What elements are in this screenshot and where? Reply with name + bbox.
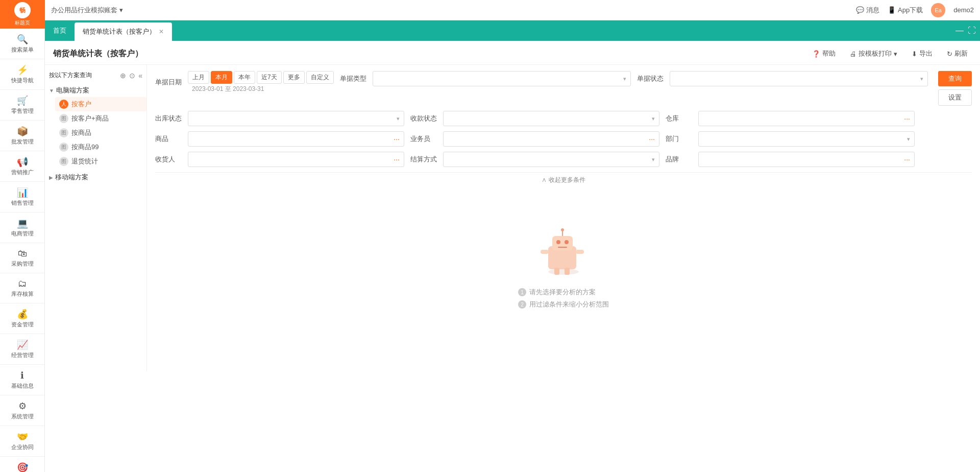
tab-close-icon[interactable]: ✕ [159, 28, 164, 35]
sidebar-icon-6: 💻 [17, 218, 28, 229]
settlement-label: 结算方式 [410, 155, 441, 164]
collapse-bar[interactable]: ∧ 收起更多条件 [155, 172, 972, 187]
left-panel: 按以下方案查询 ⊕ ⊙ « ▼ 电脑端方案 [45, 65, 147, 371]
sidebar-item-5[interactable]: 📊销售管理 [0, 182, 44, 213]
date-btn-this-month[interactable]: 本月 [211, 71, 232, 84]
sidebar-icon-13: 🤝 [17, 431, 28, 442]
sidebar-item-11[interactable]: ℹ基础信息 [0, 365, 44, 395]
out-status-select[interactable]: ▾ [188, 111, 404, 126]
date-btn-this-year[interactable]: 本年 [234, 71, 255, 84]
goods-filter: 商品 ··· [155, 131, 404, 147]
header-right: 💬 消息 📱 App下载 Ea demo2 [856, 3, 974, 17]
refresh-label: 刷新 [954, 49, 968, 58]
collection-status-filter: 收款状态 ▾ [410, 111, 659, 126]
print-icon: 🖨 [850, 50, 856, 58]
order-type-arrow: ▾ [623, 76, 626, 82]
message-icon: 💬 [856, 6, 864, 14]
collection-status-select[interactable]: ▾ [443, 111, 659, 126]
sidebar-label-11: 基础信息 [11, 382, 34, 390]
logo-icon: 畅 [14, 2, 31, 18]
scheme-by-customer[interactable]: 人 按客户 [55, 97, 146, 111]
avatar[interactable]: Ea [931, 3, 945, 17]
sidebar-item-7[interactable]: 🛍采购管理 [0, 243, 44, 273]
settings-scheme-icon[interactable]: ⊙ [129, 72, 135, 80]
tree-node-desktop[interactable]: ▼ 电脑端方案 [45, 84, 146, 97]
sidebar-item-4[interactable]: 📢营销推广 [0, 151, 44, 182]
collapse-panel-icon[interactable]: « [138, 72, 142, 80]
app-download-btn[interactable]: 📱 App下载 [888, 6, 923, 15]
sidebar-item-9[interactable]: 💰资金管理 [0, 303, 44, 334]
query-button[interactable]: 查询 [938, 71, 972, 86]
date-btn-7days[interactable]: 近7天 [257, 71, 282, 84]
settings-button[interactable]: 设置 [938, 89, 972, 106]
warehouse-input[interactable]: ··· [698, 111, 915, 126]
date-btn-more[interactable]: 更多 [283, 71, 305, 84]
settlement-select[interactable]: ▾ [443, 152, 659, 167]
scheme-goods99-label: 按商品99 [71, 143, 99, 152]
sidebar-icon-12: ⚙ [18, 400, 27, 412]
help-btn[interactable]: ❓ 帮助 [808, 47, 840, 60]
sidebar-label-10: 经营管理 [11, 351, 34, 359]
brand-input[interactable]: ··· [698, 152, 915, 167]
brand-label: 品牌 [666, 155, 696, 164]
scheme-return-stats[interactable]: 图 退货统计 [55, 154, 146, 169]
date-btn-custom[interactable]: 自定义 [306, 71, 334, 84]
out-status-label: 出库状态 [155, 114, 186, 123]
messages-btn[interactable]: 💬 消息 [856, 6, 879, 15]
page-content: 销货单统计表（按客户） ❓ 帮助 🖨 按模板打印 ▾ ⬇ 导出 [45, 41, 980, 472]
sidebar-item-10[interactable]: 📈经营管理 [0, 334, 44, 365]
sidebar-item-1[interactable]: ⚡快捷导航 [0, 59, 44, 90]
sidebar-item-3[interactable]: 📦批发管理 [0, 121, 44, 151]
order-status-label: 单据状态 [637, 74, 668, 83]
sidebar-item-6[interactable]: 💻电商管理 [0, 213, 44, 243]
scheme-by-goods99[interactable]: 图 按商品99 [55, 140, 146, 154]
refresh-btn[interactable]: ↻ 刷新 [943, 47, 972, 60]
sidebar-item-13[interactable]: 🤝企业协同 [0, 426, 44, 457]
sidebar-nav: 🔍搜索菜单⚡快捷导航🛒零售管理📦批发管理📢营销推广📊销售管理💻电商管理🛍采购管理… [0, 29, 44, 472]
tip-num-1: 1 [518, 288, 526, 296]
sidebar-icon-4: 📢 [17, 156, 28, 168]
brand-dots: ··· [904, 155, 910, 163]
sidebar-item-12[interactable]: ⚙系统管理 [0, 395, 44, 426]
query-btn-group: 查询 设置 [934, 71, 972, 106]
expand-mobile-icon: ▶ [49, 175, 53, 180]
industry-select[interactable]: 办公用品行业模拟账套 ▾ [51, 6, 123, 15]
page-title: 销货单统计表（按客户） [53, 49, 143, 59]
sidebar-item-8[interactable]: 🗂库存核算 [0, 273, 44, 303]
salesperson-input[interactable]: ··· [443, 131, 659, 147]
sidebar-icon-14: 🎯 [17, 462, 28, 472]
sidebar-item-14[interactable]: 🎯新手引导 [0, 457, 44, 472]
right-content: 单据日期 上月 本月 本年 近7天 更多 自定义 [147, 65, 980, 371]
date-btn-last-month[interactable]: 上月 [188, 71, 209, 84]
sidebar-label-1: 快捷导航 [11, 77, 34, 84]
collapse-icon: ∧ [542, 176, 547, 183]
collapse-label: 收起更多条件 [549, 176, 585, 183]
print-btn[interactable]: 🖨 按模板打印 ▾ [846, 47, 901, 60]
tab-sales-summary[interactable]: 销货单统计表（按客户） ✕ [75, 22, 172, 41]
add-scheme-icon[interactable]: ⊕ [120, 72, 126, 80]
window-maximize-icon[interactable]: ⛶ [968, 26, 976, 35]
window-minimize-icon[interactable]: — [955, 26, 964, 35]
filter-content-area: 按以下方案查询 ⊕ ⊙ « ▼ 电脑端方案 [45, 65, 980, 371]
sidebar-label-6: 电商管理 [11, 230, 34, 238]
filter-row-4: 收货人 ··· 结算方式 ▾ [155, 152, 972, 167]
order-type-select[interactable]: ▾ [373, 71, 631, 86]
receiver-input[interactable]: ··· [188, 152, 404, 167]
sidebar-item-0[interactable]: 🔍搜索菜单 [0, 29, 44, 59]
tree-node-mobile[interactable]: ▶ 移动端方案 [45, 171, 146, 184]
scheme-by-goods[interactable]: 图 按商品 [55, 126, 146, 140]
export-btn[interactable]: ⬇ 导出 [908, 47, 937, 60]
sidebar-item-2[interactable]: 🛒零售管理 [0, 90, 44, 121]
svg-point-3 [556, 240, 560, 244]
tab-home[interactable]: 首页 [45, 20, 75, 41]
order-status-select[interactable]: ▾ [670, 71, 928, 86]
scheme-customer-goods[interactable]: 图 按客户+商品 [55, 111, 146, 126]
goods-input[interactable]: ··· [188, 131, 404, 147]
department-select[interactable]: ▾ [698, 131, 915, 147]
out-status-filter: 出库状态 ▾ [155, 111, 404, 126]
date-label: 单据日期 [155, 78, 186, 87]
filter-row-2: 出库状态 ▾ 收款状态 ▾ [155, 111, 972, 126]
salesperson-dots: ··· [649, 135, 655, 143]
main-area: 办公用品行业模拟账套 ▾ 💬 消息 📱 App下载 Ea demo2 首页 销货… [45, 0, 980, 472]
print-label: 按模板打印 [859, 49, 892, 58]
